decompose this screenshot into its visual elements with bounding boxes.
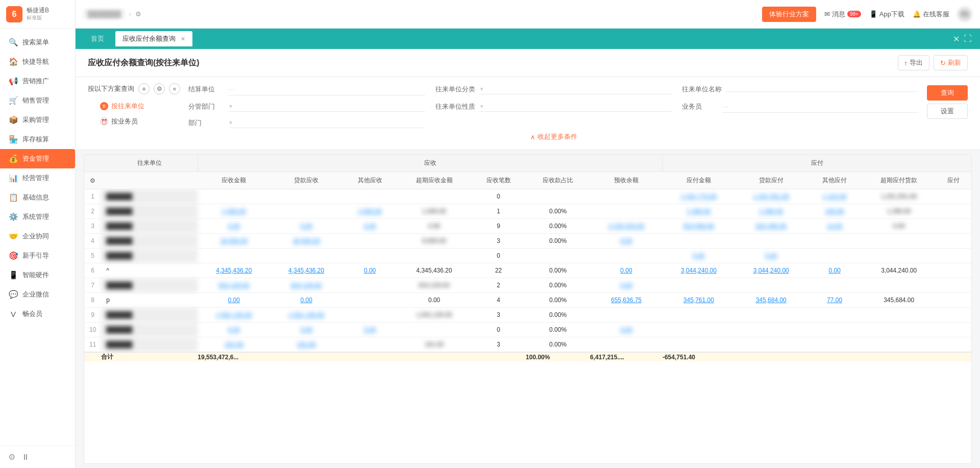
- unit-category-input[interactable]: ▼: [479, 84, 672, 94]
- table-cell[interactable]: 810,126.64: [270, 278, 342, 293]
- tab-ar-ap[interactable]: 应收应付余额查询 ✕: [115, 31, 192, 46]
- table-cell[interactable]: 1,000.00: [198, 204, 270, 219]
- user-avatar[interactable]: Rit: [958, 7, 972, 21]
- filter-collapse-btn[interactable]: «: [169, 83, 180, 94]
- table-cell[interactable]: 0.00: [198, 323, 270, 337]
- table-cell[interactable]: [735, 308, 807, 323]
- query-button[interactable]: 查询: [927, 85, 968, 101]
- sidebar-item-marketing[interactable]: 📢 营销推广: [0, 71, 75, 91]
- table-cell[interactable]: 0.00: [735, 249, 807, 263]
- tab-close-icon[interactable]: ✕: [181, 36, 185, 42]
- table-cell[interactable]: 0.00: [590, 263, 663, 278]
- table-cell[interactable]: 152.00: [270, 337, 342, 353]
- app-download-btn[interactable]: 📱 App下载: [869, 10, 904, 19]
- sidebar-item-system[interactable]: ⚙️ 系统管理: [0, 207, 75, 227]
- sidebar-item-corp[interactable]: 🤝 企业协同: [0, 227, 75, 246]
- export-button[interactable]: ↑ 导出: [898, 55, 930, 70]
- sidebar-item-member[interactable]: V 畅会员: [0, 304, 75, 324]
- refresh-button[interactable]: ↻ 刷新: [934, 55, 968, 70]
- table-cell[interactable]: 0.00: [198, 219, 270, 234]
- sidebar-item-hardware[interactable]: 📱 智能硬件: [0, 265, 75, 285]
- table-cell[interactable]: [590, 189, 663, 204]
- table-cell[interactable]: 0.00: [590, 323, 663, 337]
- tab-expand-btn[interactable]: ⛶: [964, 34, 972, 44]
- th-settings-icon[interactable]: ⚙: [84, 172, 101, 189]
- table-cell[interactable]: 345,684.00: [735, 293, 807, 308]
- solution-button[interactable]: 体验行业方案: [762, 7, 816, 22]
- table-cell[interactable]: 100.00: [807, 204, 862, 219]
- table-cell[interactable]: [735, 278, 807, 293]
- sidebar-item-operations[interactable]: 📊 经营管理: [0, 168, 75, 188]
- table-cell[interactable]: [807, 308, 862, 323]
- messages-btn[interactable]: ✉ 消息 99+: [824, 10, 861, 19]
- table-cell[interactable]: [342, 278, 397, 293]
- settlement-input[interactable]: ···: [228, 83, 425, 95]
- table-cell[interactable]: [663, 308, 735, 323]
- sidebar-item-inventory[interactable]: 🏪 库存核算: [0, 130, 75, 149]
- table-cell[interactable]: [663, 323, 735, 337]
- salesman-input[interactable]: ···: [722, 101, 919, 113]
- table-cell[interactable]: 1,252,773.00: [663, 189, 735, 204]
- table-cell[interactable]: 0.00: [590, 234, 663, 249]
- sidebar-item-guide[interactable]: 🎯 新手引导: [0, 246, 75, 265]
- table-cell[interactable]: 915,508.56: [663, 219, 735, 234]
- sidebar-item-quick-nav[interactable]: 🏠 快捷导航: [0, 52, 75, 71]
- tab-home[interactable]: 首页: [84, 31, 111, 46]
- settings-bottom-icon[interactable]: ⚙: [8, 452, 15, 462]
- tab-close-btn[interactable]: ✕: [953, 34, 960, 44]
- table-cell[interactable]: 0.00: [807, 263, 862, 278]
- table-cell[interactable]: 4,345,436.20: [198, 263, 270, 278]
- table-cell[interactable]: [270, 249, 342, 263]
- table-cell[interactable]: 2,153,333.00: [590, 219, 663, 234]
- table-cell[interactable]: [807, 249, 862, 263]
- setting-button[interactable]: 设置: [927, 104, 968, 119]
- dept-input[interactable]: ▼: [228, 118, 425, 128]
- table-cell[interactable]: [342, 234, 397, 249]
- table-cell[interactable]: [590, 308, 663, 323]
- online-service-btn[interactable]: 🔔 在线客服: [913, 10, 949, 19]
- filter-setting-icon[interactable]: ⚙: [154, 83, 165, 94]
- table-cell[interactable]: 0.00: [270, 323, 342, 337]
- sidebar-item-finance[interactable]: 💰 资金管理: [0, 149, 75, 168]
- table-cell[interactable]: 3,044,240.00: [663, 263, 735, 278]
- table-cell[interactable]: [807, 337, 862, 353]
- table-cell[interactable]: 18,000.00: [198, 234, 270, 249]
- filter-collapse-row[interactable]: ∧ 收起更多条件: [188, 128, 919, 145]
- sidebar-item-sales[interactable]: 🛒 销售管理: [0, 91, 75, 110]
- table-cell[interactable]: 152.00: [198, 337, 270, 353]
- table-cell[interactable]: 1,390.00: [735, 204, 807, 219]
- scheme-by-unit[interactable]: B 按往来单位: [96, 100, 180, 113]
- table-cell[interactable]: [735, 337, 807, 353]
- footer-prepay[interactable]: 6,417,215....: [590, 352, 663, 361]
- table-cell[interactable]: 3,044,240.00: [735, 263, 807, 278]
- footer-ar-amount[interactable]: 19,553,472,6...: [198, 352, 270, 361]
- table-cell[interactable]: [590, 337, 663, 353]
- table-cell[interactable]: [198, 249, 270, 263]
- table-cell[interactable]: 0.00: [342, 323, 397, 337]
- table-cell[interactable]: [342, 189, 397, 204]
- table-cell[interactable]: [663, 234, 735, 249]
- table-cell[interactable]: [270, 204, 342, 219]
- table-cell[interactable]: [270, 189, 342, 204]
- table-cell[interactable]: [807, 234, 862, 249]
- table-cell[interactable]: [590, 204, 663, 219]
- branch-dept-input[interactable]: ▼: [228, 102, 425, 112]
- table-cell[interactable]: 0.00: [198, 293, 270, 308]
- table-cell[interactable]: [735, 234, 807, 249]
- scheme-by-salesman[interactable]: ⏰ 按业务员: [96, 115, 180, 128]
- table-cell[interactable]: 655,636.75: [590, 293, 663, 308]
- unit-nature-input[interactable]: ▼: [479, 102, 672, 112]
- table-cell[interactable]: 13.00: [807, 219, 862, 234]
- table-cell[interactable]: [807, 323, 862, 337]
- sidebar-item-wechat[interactable]: 💬 企业微信: [0, 285, 75, 304]
- table-cell[interactable]: [663, 337, 735, 353]
- table-cell[interactable]: [342, 337, 397, 353]
- table-cell[interactable]: 0.00: [270, 219, 342, 234]
- table-cell[interactable]: [735, 323, 807, 337]
- topbar-settings-icon[interactable]: ⚙: [135, 10, 141, 18]
- table-cell[interactable]: [198, 189, 270, 204]
- table-cell[interactable]: 0.00: [342, 219, 397, 234]
- sidebar-item-purchase[interactable]: 📦 采购管理: [0, 110, 75, 130]
- table-cell[interactable]: 1,251,551.00: [735, 189, 807, 204]
- table-cell[interactable]: 1,001,135.00: [270, 308, 342, 323]
